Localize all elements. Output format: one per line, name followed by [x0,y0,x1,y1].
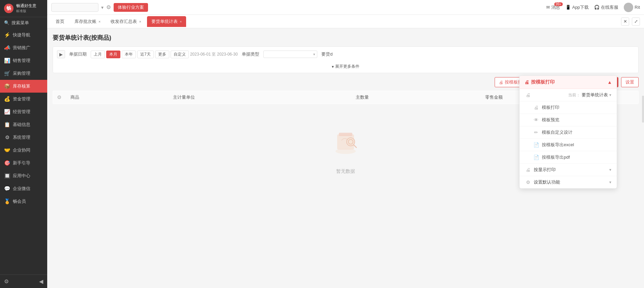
tabbar: 首页 库存批次账 × 收发存汇总表 × 要货单统计表 × ✕ ⤢ [47,15,644,28]
date-range-display: 2023-06-01 至 2023-06-30 [190,52,238,57]
tab-inventory-batch[interactable]: 库存批次账 × [70,16,105,27]
online-support-item[interactable]: 🎧 在线客服 [594,4,618,10]
date-btn-custom[interactable]: 自定义 [171,51,189,58]
settings-btn[interactable]: 设置 [621,77,639,87]
type-label: 单据类型 [242,51,259,57]
member-icon: 🏅 [4,198,10,204]
user-avatar-item[interactable]: Rit [624,3,640,12]
expand-label: 展开更多条件 [335,64,359,69]
sidebar-item-sales[interactable]: 📊 销售管理 [0,54,47,67]
tabbar-close-btn[interactable]: ✕ [621,18,629,26]
expand-icon: ▾ [332,64,334,69]
current-icon: 🖨 [525,92,531,98]
sidebar-item-label: 采购管理 [13,70,30,76]
username-label: Rit [635,5,640,10]
fold-icon[interactable]: ◀ [39,278,43,285]
template-export-pdf-icon: 📄 [533,155,539,160]
tab-inventory-batch-close[interactable]: × [98,20,100,24]
template-export-excel-item[interactable]: 📄 按模板导出excel [520,139,617,151]
default-function-icon: ⚙ [525,180,531,185]
operations-icon: 📈 [4,109,10,115]
app-name: 畅通好生意 [16,3,36,9]
print-dropdown: 🖨 按模板打印 ▲ 🖨 当前： 要货单统计表 ▾ 🖨 模板打印 👁 模板预 [519,75,617,189]
filter-collapse-btn[interactable]: ▶ [57,50,65,58]
display-print-arrow: ▾ [609,167,611,172]
sidebar-item-label: 新手引导 [13,160,30,166]
tab-collection-close[interactable]: × [139,20,141,24]
main-content: ▾ ⚙ 体验行业方案 ✉ 消息 99+ 📱 App下载 🎧 在线客服 Rit [47,0,644,288]
scroll-indicator[interactable] [642,96,644,123]
type-dropdown-wrap [263,51,317,58]
app-download-item[interactable]: 📱 App下载 [565,4,589,10]
sidebar-item-label: 企业微信 [13,186,30,192]
template-preview-icon: 👁 [533,117,539,123]
print-current-item[interactable]: 🖨 当前： 要货单统计表 ▾ [520,89,617,101]
display-print-item[interactable]: 🖨 按显示打印 ▾ [520,164,617,176]
avatar [624,3,633,12]
yh-label: 要货d [321,51,332,57]
finance-icon: 💰 [4,96,10,102]
template-export-excel-icon: 📄 [533,142,539,148]
date-label: 单据日期 [69,51,87,57]
promo-button[interactable]: 体验行业方案 [114,3,148,12]
tab-order-stats[interactable]: 要货单统计表 × [147,16,186,27]
settings-bottom-icon[interactable]: ⚙ [4,278,9,285]
sidebar-item-label: 应用中心 [13,173,30,179]
print-dropdown-chevron[interactable]: ▲ [607,79,612,85]
th-unit: 主计量单位 [169,91,352,104]
expand-more-button[interactable]: ▾ 展开更多条件 [57,64,634,69]
print-header-icon: 🖨 [524,79,529,85]
sidebar-item-operations[interactable]: 📈 经营管理 [0,105,47,118]
print-dropdown-title: 🖨 按模板打印 [524,79,555,85]
sidebar-item-basic-info[interactable]: 📋 基础信息 [0,118,47,131]
page-title: 要货单统计表(按商品) [53,34,639,42]
tab-order-stats-close[interactable]: × [180,20,182,24]
sidebar-item-finance[interactable]: 💰 资金管理 [0,93,47,105]
topbar-chevron-icon[interactable]: ▾ [101,5,104,10]
settings-label: 设置 [625,79,634,85]
type-select[interactable] [263,51,317,58]
topbar-search-input[interactable] [51,3,98,12]
sidebar-item-quick-nav[interactable]: ⚡ 快捷导航 [0,29,47,41]
sidebar-item-member[interactable]: 🏅 畅会员 [0,195,47,208]
date-btn-last-month[interactable]: 上月 [91,51,105,58]
default-function-item[interactable]: ⚙ 设置默认功能 ▾ [520,176,617,188]
date-btn-this-month[interactable]: 本月 [106,51,120,58]
tab-collection-summary[interactable]: 收发存汇总表 × [106,16,145,27]
collab-icon: 🤝 [4,147,10,153]
sidebar-item-label: 营销推广 [13,45,30,51]
sidebar-nav: ⚡ 快捷导航 📣 营销推广 📊 销售管理 🛒 采购管理 📦 库存核算 💰 资金管… [0,29,47,275]
support-icon: 🎧 [594,5,599,10]
sidebar-item-system[interactable]: ⚙ 系统管理 [0,131,47,144]
template-preview-item[interactable]: 👁 模板预览 [520,114,617,126]
svg-line-5 [354,145,356,148]
table-settings-icon[interactable]: ⚙ [57,94,61,100]
topbar-gear-icon[interactable]: ⚙ [106,4,111,10]
sidebar-item-marketing[interactable]: 📣 营销推广 [0,41,47,54]
sidebar-search-item[interactable]: 🔍 搜索菜单 [0,17,47,29]
date-btn-7days[interactable]: 近7天 [137,51,154,58]
tab-home[interactable]: 首页 [51,16,69,27]
sidebar-item-newbie[interactable]: 🎯 新手引导 [0,157,47,169]
tabbar-expand-btn[interactable]: ⤢ [632,18,640,26]
sidebar-item-purchase[interactable]: 🛒 采购管理 [0,67,47,80]
tab-order-stats-label: 要货单统计表 [151,19,178,25]
filter-row: ▶ 单据日期 上月 本月 本年 近7天 更多 自定义 2023-06-01 至 … [57,50,634,58]
template-print-item[interactable]: 🖨 模板打印 [520,101,617,114]
sidebar-item-label: 经营管理 [13,109,30,115]
system-icon: ⚙ [4,134,10,140]
default-function-arrow: ▾ [609,180,611,185]
messages-item[interactable]: ✉ 消息 99+ [546,4,560,10]
template-print-icon: 🖨 [533,105,539,110]
sidebar-item-collab[interactable]: 🤝 企业协同 [0,144,47,157]
template-design-item[interactable]: ✏ 模板自定义设计 [520,126,617,139]
sidebar-item-label: 基础信息 [13,122,30,128]
sidebar-item-wechat[interactable]: 💬 企业微信 [0,182,47,195]
template-export-pdf-item[interactable]: 📄 按模板导出pdf [520,151,617,164]
sidebar-item-inventory[interactable]: 📦 库存核算 [0,80,47,93]
inventory-icon: 📦 [4,83,10,89]
date-btn-this-year[interactable]: 本年 [122,51,136,58]
date-btn-more[interactable]: 更多 [155,51,169,58]
app-badge: 标准版 [16,9,36,13]
sidebar-item-apps[interactable]: 🔲 应用中心 [0,169,47,182]
